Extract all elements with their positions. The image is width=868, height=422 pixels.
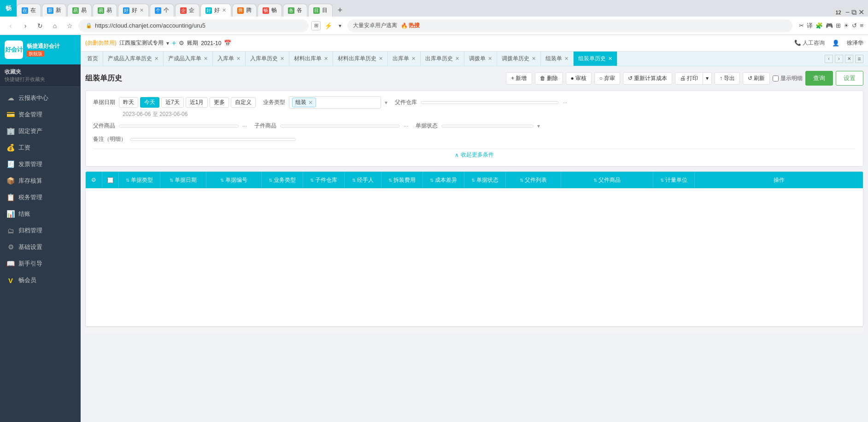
th-parent-goods[interactable]: ⇅ 父件商品 <box>561 172 653 188</box>
biz-type-tag-remove[interactable]: ✕ <box>308 99 313 106</box>
tab-menu[interactable]: ≡ <box>855 55 863 63</box>
sidebar-company[interactable]: 收藏夹 快捷键打开收藏夹 <box>0 64 81 87</box>
page-tab-prod-in-close[interactable]: ✕ <box>204 56 208 62</box>
filter-biz-type-input[interactable]: 组装 ✕ <box>289 96 381 109</box>
browser-tab-8[interactable]: 好 好 ✕ <box>200 4 231 17</box>
forward-button[interactable]: › <box>19 20 31 32</box>
th-disassemble-fee[interactable]: ⇅ 拆装费用 <box>381 172 423 188</box>
th-biz-type[interactable]: ⇅ 业务类型 <box>262 172 303 188</box>
doc-status-dropdown-icon[interactable]: ▾ <box>537 123 540 129</box>
filter-remark-input[interactable] <box>130 138 296 141</box>
tab-5-close[interactable]: ✕ <box>140 7 144 13</box>
sidebar-item-fixed[interactable]: 🏢 固定资产 <box>0 123 81 139</box>
browser-tab-9[interactable]: 腾 腾 <box>232 4 257 17</box>
page-tab-mat-out[interactable]: 材料出库单 ✕ <box>289 52 333 66</box>
undo-button[interactable]: ↺ <box>852 22 857 29</box>
page-tab-out-order-close[interactable]: ✕ <box>411 56 416 62</box>
page-tab-adjust-close[interactable]: ✕ <box>488 56 492 62</box>
page-tab-out-hist-close[interactable]: ✕ <box>455 56 459 62</box>
th-date[interactable]: ⇅ 单据日期 <box>160 172 206 188</box>
display-detail-checkbox[interactable] <box>773 75 779 81</box>
sidebar-item-account[interactable]: 📊 结账 <box>0 206 81 222</box>
game-button[interactable]: 🎮 <box>826 22 833 29</box>
browser-tab-12[interactable]: 目 目 <box>308 4 333 17</box>
qr-button[interactable]: ⊞ <box>311 21 321 30</box>
page-tab-adjust-hist[interactable]: 调拨单历史 ✕ <box>497 52 541 66</box>
sidebar-item-archive[interactable]: 🗂 归档管理 <box>0 222 81 239</box>
search-button[interactable]: 查询 <box>805 71 833 86</box>
page-tab-out-order[interactable]: 出库单 ✕ <box>388 52 421 66</box>
delete-button[interactable]: 🗑 删除 <box>535 72 563 85</box>
extension-button[interactable]: 🧩 <box>815 22 823 29</box>
parent-wh-more-icon[interactable]: ··· <box>563 99 567 106</box>
star-button[interactable]: ☆ <box>64 20 76 32</box>
page-tab-assemble-hist[interactable]: 组装单历史 ✕ <box>574 52 617 66</box>
th-unit[interactable]: ⇅ 计量单位 <box>653 172 695 188</box>
th-parent-list[interactable]: ⇅ 父件列表 <box>506 172 561 188</box>
page-tab-in-order[interactable]: 入库单 ✕ <box>213 52 246 66</box>
filter-parent-wh-input[interactable] <box>421 101 559 104</box>
date-btn-more[interactable]: 更多 <box>210 97 229 108</box>
page-tab-adjust-hist-close[interactable]: ✕ <box>532 56 536 62</box>
tab-scroll-left[interactable]: ‹ <box>825 55 833 63</box>
date-btn-custom[interactable]: 自定义 <box>231 97 256 108</box>
calendar-icon[interactable]: 📅 <box>224 40 231 46</box>
grid-button[interactable]: ⊞ <box>836 22 841 29</box>
browser-tab-6[interactable]: 个 个 <box>150 4 174 17</box>
sidebar-item-guide[interactable]: 📖 新手引导 <box>0 255 81 272</box>
browser-tab-3[interactable]: 易 易 <box>67 4 92 17</box>
date-btn-1month[interactable]: 近1月 <box>186 97 208 108</box>
review-button[interactable]: ● 审核 <box>566 72 592 85</box>
th-settings[interactable]: ⚙ <box>86 172 102 188</box>
sidebar-item-member[interactable]: V 畅会员 <box>0 272 81 289</box>
print-dropdown-button[interactable]: ▾ <box>703 72 712 85</box>
th-cost-diff[interactable]: ⇅ 成本差异 <box>423 172 464 188</box>
th-doc-status[interactable]: ⇅ 单据状态 <box>464 172 506 188</box>
sidebar-item-invoice[interactable]: 🧾 发票管理 <box>0 156 81 173</box>
page-tab-in-order-close[interactable]: ✕ <box>236 56 240 62</box>
browser-tab-4[interactable]: 易 易 <box>93 4 117 17</box>
th-checkbox[interactable] <box>102 172 119 188</box>
filter-parent-goods-input[interactable] <box>119 125 239 127</box>
sidebar-item-inventory[interactable]: 📦 库存核算 <box>0 173 81 189</box>
browser-tab-1[interactable]: 在 在 <box>17 4 41 17</box>
tab-scroll-right[interactable]: › <box>835 55 843 63</box>
search-area[interactable]: 大量安卓用户逃离 🔥 热搜 <box>347 19 792 32</box>
th-type[interactable]: ⇅ 单据类型 <box>119 172 160 188</box>
page-tab-adjust[interactable]: 调拨单 ✕ <box>464 52 497 66</box>
address-input[interactable]: 🔒 https://cloud.chanjet.com/accounting/u… <box>78 19 309 32</box>
lightning-button[interactable]: ⚡ <box>323 21 333 30</box>
username[interactable]: 徐泽华 <box>847 39 863 47</box>
page-tab-prod-in-hist-close[interactable]: ✕ <box>154 56 158 62</box>
abandon-button[interactable]: ○ 弃审 <box>594 72 620 85</box>
page-tab-assemble[interactable]: 组装单 ✕ <box>541 52 574 66</box>
settings-button[interactable]: 设置 <box>836 71 863 86</box>
close-window-button[interactable]: ✕ <box>858 8 864 17</box>
back-button[interactable]: ‹ <box>5 20 17 32</box>
translate-button[interactable]: 译 <box>807 22 813 30</box>
page-tab-home[interactable]: 首页 <box>82 52 103 66</box>
dropdown-button[interactable]: ▾ <box>335 21 345 30</box>
new-button[interactable]: + 新增 <box>506 72 532 85</box>
page-tab-assemble-close[interactable]: ✕ <box>564 56 569 62</box>
parent-goods-more-icon[interactable]: ··· <box>242 123 247 129</box>
page-tab-mat-out-hist[interactable]: 材料出库单历史 ✕ <box>333 52 388 66</box>
browser-tab-2[interactable]: 新 新 <box>42 4 66 17</box>
sidebar-item-salary[interactable]: 💰 工资 <box>0 139 81 156</box>
date-btn-today[interactable]: 今天 <box>140 97 159 108</box>
page-tab-prod-in[interactable]: 产成品入库单 ✕ <box>164 52 213 66</box>
sun-button[interactable]: ☀ <box>844 22 849 29</box>
page-tab-assemble-hist-close[interactable]: ✕ <box>608 56 612 62</box>
maximize-button[interactable]: ⧉ <box>851 8 856 17</box>
sidebar-item-cloud[interactable]: ☁ 云报表中心 <box>0 90 81 106</box>
browser-tab-5[interactable]: 好 好 ✕ <box>118 4 149 17</box>
browser-tab-7[interactable]: 企 企 <box>175 4 199 17</box>
date-btn-yesterday[interactable]: 昨天 <box>119 97 138 108</box>
page-tab-mat-out-hist-close[interactable]: ✕ <box>379 56 383 62</box>
export-button[interactable]: ↑ 导出 <box>715 72 740 85</box>
company-dropdown-icon[interactable]: ▾ <box>166 40 169 46</box>
sidebar-item-settings[interactable]: ⚙ 基础设置 <box>0 239 81 255</box>
recalc-cost-button[interactable]: ↺ 重新计算成本 <box>623 72 672 85</box>
reload-button[interactable]: ↻ <box>34 20 46 32</box>
sidebar-item-tax[interactable]: 📋 税务管理 <box>0 189 81 206</box>
